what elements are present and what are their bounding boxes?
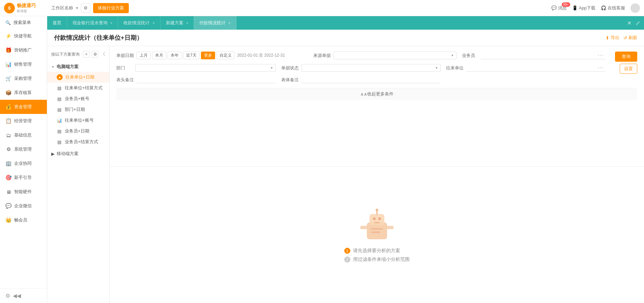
query-button[interactable]: 查询 (615, 52, 637, 62)
sidebar-label-search-menu: 搜索菜单 (13, 20, 31, 26)
tab-receipt-stat-close[interactable]: × (152, 21, 154, 25)
scheme-item-salesperson-settle[interactable]: ▤ 业务员+结算方式 (47, 137, 109, 147)
sidebar-label-inventory: 库存核算 (14, 90, 32, 96)
sidebar: 🔍 搜索菜单 ⚡ 快捷导航 🎁 营销推广 📊 销售管理 🛒 采购管理 📦 库存核… (0, 16, 47, 303)
scheme-group-mobile-title[interactable]: ▶ 移动端方案 (51, 151, 105, 157)
tab-home[interactable]: 首页 (47, 16, 67, 30)
step-1-text: 请先选择要分析的方案 (353, 248, 400, 254)
scheme-item-salesperson-account[interactable]: ▤ 业务员+账号 (47, 93, 109, 104)
date-btn-this-year[interactable]: 本年 (168, 52, 182, 59)
source-select-arrow: ▾ (451, 53, 453, 58)
scheme-item-dept-date[interactable]: ▤ 部门+日期 (47, 104, 109, 115)
header-note-input[interactable] (137, 77, 276, 83)
sidebar-bottom: ⚙ ◀◀ (0, 288, 47, 303)
sidebar-item-sales[interactable]: 📊 销售管理 (0, 57, 47, 71)
dept-select[interactable]: ▾ (135, 64, 276, 72)
message-button[interactable]: 💬 消息 99+ (551, 5, 567, 11)
sidebar-item-marketing[interactable]: 🎁 营销推广 (0, 43, 47, 57)
partner-dots-button[interactable]: ··· (598, 65, 604, 71)
sidebar-item-wechat[interactable]: 💬 企业微信 (0, 199, 47, 213)
sidebar-label-operation: 经营管理 (14, 118, 32, 124)
maximize-tab-button[interactable]: ⤢ (634, 19, 641, 28)
scheme-item-partner-date[interactable]: ● 往来单位+日期 (47, 72, 109, 83)
date-btn-this-month[interactable]: 本月 (152, 52, 166, 59)
scheme-item-partner-account-label: 往来单位+账号 (65, 117, 94, 123)
source-select[interactable]: ▾ (333, 52, 457, 59)
tab-bank-flow-close[interactable]: × (110, 21, 112, 25)
scheme-item-salesperson-date[interactable]: ▤ 业务员+日期 (47, 126, 109, 137)
tab-new-scheme-label: 新建方案 (166, 20, 183, 26)
date-btn-more[interactable]: 更多 (201, 52, 215, 59)
tab-receipt-stat[interactable]: 收款情况统计 × (118, 16, 160, 30)
sidebar-item-operation[interactable]: 📋 经营管理 (0, 114, 47, 128)
collapse-more-button[interactable]: ∧∧ 收起更多条件 (116, 88, 637, 100)
doc-status-filter-label: 单据状态 (281, 65, 299, 71)
settings-gear-button[interactable]: ⚙ (81, 3, 90, 13)
tab-new-scheme[interactable]: 新建方案 × (160, 16, 194, 30)
sidebar-item-quick-nav[interactable]: ⚡ 快捷导航 (0, 29, 47, 43)
date-btn-custom[interactable]: 自定义 (216, 52, 235, 59)
scheme-group-desktop-title[interactable]: ▼ 电脑端方案 (47, 62, 109, 72)
filter-settings-button[interactable]: 设置 (620, 64, 637, 74)
scheme-item-partner-settle[interactable]: ▤ 往来单位+结算方式 (47, 83, 109, 93)
search-icon: 🔍 (5, 20, 11, 25)
salesperson-filter-label: 业务员 (462, 53, 478, 59)
tab-payment-stat-close[interactable]: × (228, 21, 230, 25)
collapse-panel-button[interactable]: 《 (100, 51, 105, 57)
collapse-sidebar-icon[interactable]: ◀◀ (13, 293, 21, 299)
sidebar-label-marketing: 营销推广 (14, 47, 32, 53)
svg-point-6 (376, 209, 378, 211)
online-service-button[interactable]: 🎧 在线客服 (601, 5, 625, 11)
filter-item-body-note: 表体备注 (281, 77, 441, 83)
sidebar-item-enterprise[interactable]: 🏢 企业协同 (0, 156, 47, 171)
manage-scheme-button[interactable]: ⚙ (92, 51, 98, 58)
main-content: 按以下方案查询 + ⚙ 《 ▼ 电脑端方案 ● 往来单位+日期 (47, 46, 644, 303)
salesperson-dots-button[interactable]: ··· (598, 52, 604, 58)
refresh-button[interactable]: ↺ 刷新 (623, 35, 637, 41)
settings-bottom-icon[interactable]: ⚙ (5, 293, 10, 299)
scheme-panel: 按以下方案查询 + ⚙ 《 ▼ 电脑端方案 ● 往来单位+日期 (47, 46, 110, 303)
mobile-group-label: 移动端方案 (57, 151, 79, 157)
svg-rect-7 (360, 226, 368, 229)
user-avatar[interactable] (631, 3, 640, 13)
sidebar-item-search-menu[interactable]: 🔍 搜索菜单 (0, 16, 47, 29)
body-note-input[interactable] (301, 77, 441, 83)
page-actions: ⬆ 导出 ↺ 刷新 (606, 35, 637, 41)
sales-icon: 📊 (5, 61, 11, 67)
doc-status-select[interactable]: ▾ (301, 64, 441, 72)
tab-bank-flow[interactable]: 现金银行流水查询 × (67, 16, 118, 30)
refresh-icon: ↺ (623, 35, 627, 40)
sidebar-item-purchase[interactable]: 🛒 采购管理 (0, 71, 47, 86)
export-button[interactable]: ⬆ 导出 (606, 35, 619, 41)
app-download-button[interactable]: 📱 App下载 (572, 5, 595, 11)
svg-rect-8 (386, 226, 394, 229)
sidebar-item-guide[interactable]: 🎯 新手引导 (0, 171, 47, 185)
date-btn-7days[interactable]: 近7天 (183, 52, 200, 59)
workspace-name: 工作区名称 (51, 5, 73, 11)
sidebar-item-member[interactable]: 👑 畅会员 (0, 213, 47, 227)
sidebar-item-inventory[interactable]: 📦 库存核算 (0, 86, 47, 100)
filter-item-dept: 部门 ▾ (116, 64, 276, 72)
tab-new-scheme-close[interactable]: × (186, 21, 188, 25)
inventory-icon: 📦 (5, 90, 11, 96)
quick-nav-icon: ⚡ (5, 33, 11, 39)
sidebar-item-hardware[interactable]: 🖥 智能硬件 (0, 185, 47, 199)
filter-action-buttons: 查询 设置 (611, 52, 637, 88)
collapse-label: 收起更多条件 (367, 91, 393, 97)
workspace-dropdown-icon[interactable]: ▾ (76, 5, 78, 10)
scheme-item-partner-account[interactable]: 📊 往来单位+账号 (47, 115, 109, 126)
empty-state: 1 请先选择要分析的方案 2 用过滤条件来缩小分析范围 (110, 167, 644, 303)
industry-scheme-button[interactable]: 体验行业方案 (93, 3, 129, 13)
date-btn-last-month[interactable]: 上月 (137, 52, 151, 59)
sidebar-label-system: 系统管理 (14, 146, 32, 152)
sidebar-item-basic[interactable]: 🗂 基础信息 (0, 128, 47, 142)
add-scheme-button[interactable]: + (83, 51, 90, 58)
sidebar-item-fund[interactable]: 💰 资金管理 (0, 100, 47, 114)
tab-payment-stat[interactable]: 付款情况统计 × (194, 16, 236, 30)
close-all-tabs-button[interactable]: ✕ (626, 19, 633, 28)
date-filter-label: 单据日期 (116, 53, 134, 59)
filter-item-date: 单据日期 上月 本月 本年 近7天 更多 自定义 2022-01-01 至 20… (116, 52, 308, 59)
sidebar-item-system[interactable]: ⚙ 系统管理 (0, 142, 47, 156)
partner-filter-label: 往来单位 (446, 65, 464, 71)
operation-icon: 📋 (5, 118, 11, 124)
